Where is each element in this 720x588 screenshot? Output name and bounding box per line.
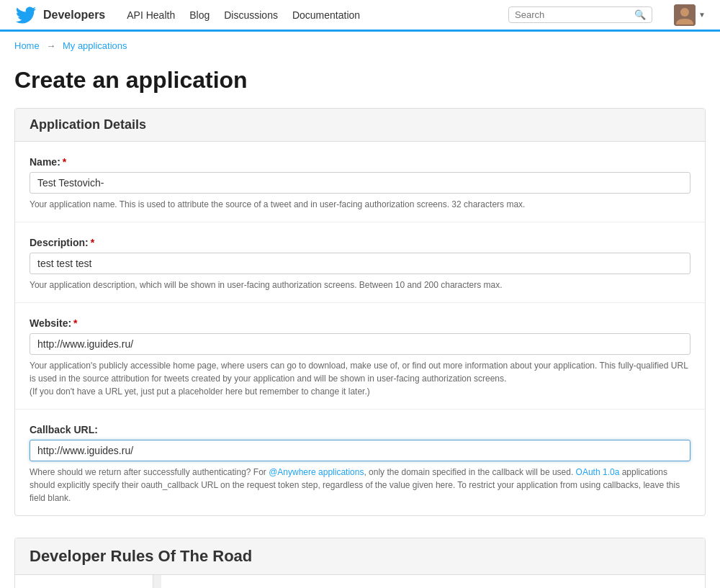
card-header: Application Details — [15, 109, 705, 142]
rules-card-body-wrapper: Last Update: July 2, 2013. — [15, 575, 705, 588]
user-caret-icon: ▼ — [698, 11, 706, 19]
card-title: Application Details — [30, 117, 690, 132]
description-input[interactable] — [30, 253, 690, 274]
description-field-row: Description:* Your application descripti… — [15, 222, 705, 303]
description-help: Your application description, which will… — [30, 279, 690, 291]
callback-help: Where should we return after successfull… — [30, 466, 690, 505]
page-title: Create an application — [14, 67, 706, 94]
main-content: Create an application Application Detail… — [0, 60, 720, 588]
header-nav: API Health Blog Discussions Documentatio… — [127, 9, 487, 21]
logo-text: Developers — [43, 9, 105, 22]
search-wrapper: 🔍 — [508, 6, 652, 23]
callback-field-row: Callback URL: Where should we return aft… — [15, 410, 705, 515]
rules-card-body: Last Update: July 2, 2013. — [15, 575, 153, 588]
logo-link[interactable]: Developers — [14, 4, 105, 27]
card-body: Name:* Your application name. This is us… — [15, 142, 705, 515]
avatar — [674, 4, 696, 26]
nav-documentation[interactable]: Documentation — [292, 9, 360, 21]
name-field-row: Name:* Your application name. This is us… — [15, 142, 705, 222]
breadcrumb-current: My applications — [63, 40, 127, 51]
user-avatar-image — [674, 4, 696, 26]
search-input[interactable] — [515, 9, 630, 20]
name-input[interactable] — [30, 172, 690, 194]
breadcrumb-arrow: → — [46, 40, 55, 51]
user-menu[interactable]: ▼ — [674, 4, 706, 26]
application-details-card: Application Details Name:* Your applicat… — [14, 108, 706, 516]
rules-card-title: Developer Rules Of The Road — [30, 547, 690, 566]
callback-label: Callback URL: — [30, 424, 690, 435]
website-field-row: Website:* Your application's publicly ac… — [15, 303, 705, 410]
website-help: Your application's publicly accessible h… — [30, 359, 690, 398]
twitter-bird-icon — [14, 4, 37, 27]
scrollbar[interactable] — [153, 575, 161, 588]
nav-blog[interactable]: Blog — [189, 9, 210, 21]
oauth-link[interactable]: OAuth 1.0a — [576, 467, 620, 477]
rules-card-header: Developer Rules Of The Road — [15, 538, 705, 575]
breadcrumb-home-link[interactable]: Home — [14, 40, 40, 51]
svg-point-1 — [680, 8, 689, 17]
search-icon: 🔍 — [634, 9, 646, 20]
nav-discussions[interactable]: Discussions — [224, 9, 278, 21]
website-input[interactable] — [30, 333, 690, 355]
name-label: Name:* — [30, 156, 690, 168]
developer-rules-card: Developer Rules Of The Road Last Update:… — [14, 538, 706, 588]
anywhere-link[interactable]: @Anywhere applications — [269, 467, 364, 477]
callback-input[interactable] — [30, 440, 690, 461]
header: Developers API Health Blog Discussions D… — [0, 0, 720, 32]
name-help: Your application name. This is used to a… — [30, 198, 690, 211]
website-label: Website:* — [30, 317, 690, 329]
description-label: Description:* — [30, 237, 690, 248]
breadcrumb: Home → My applications — [0, 32, 720, 60]
nav-api-health[interactable]: API Health — [127, 9, 175, 21]
